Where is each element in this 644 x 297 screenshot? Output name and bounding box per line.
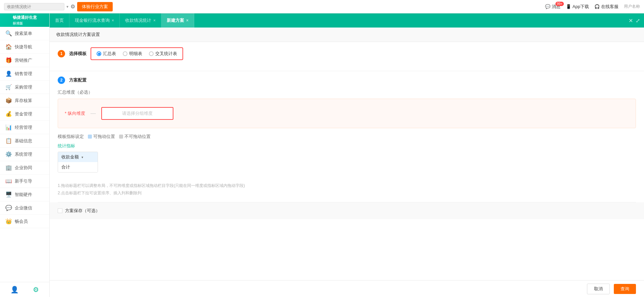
- sidebar-item-quick-nav[interactable]: 🏠 快捷导航: [0, 40, 49, 54]
- sidebar-icon-left[interactable]: 👤: [10, 286, 19, 294]
- metrics-table: 收款金额 ▾ 合计: [58, 152, 98, 172]
- sidebar-label: 库存核算: [15, 98, 32, 104]
- col-header-text: 收款金额: [61, 154, 79, 160]
- stat-label: 统计指标: [58, 143, 636, 149]
- tips-section: 1.拖动标题栏可以调整布局，不可跨维度或指标区域拖动栏目字段(只能在同一维度或指…: [50, 179, 644, 202]
- dimension-arrow-icon: —: [91, 110, 96, 116]
- sidebar-label: 资金管理: [15, 111, 32, 117]
- sidebar-logo: 畅捷通好生意 标准版: [0, 13, 49, 27]
- sidebar-item-corp-wechat[interactable]: 💬 企业微信: [0, 201, 49, 215]
- tab-home[interactable]: 首页: [50, 13, 69, 28]
- sidebar-item-operation[interactable]: 📊 经营管理: [0, 121, 49, 134]
- sidebar-label: 智能硬件: [15, 192, 32, 198]
- app-download-btn[interactable]: 📱 App下载: [566, 4, 589, 10]
- sidebar-item-member[interactable]: 👑 畅会员: [0, 215, 49, 228]
- metrics-table-body: 合计: [58, 162, 98, 172]
- legend-static-label: 不可拖动位置: [124, 134, 151, 140]
- radio-summary[interactable]: 汇总表: [97, 51, 116, 57]
- radio-summary-label: 汇总表: [103, 51, 116, 57]
- top-bar-right: 💬 消息 99+ 📱 App下载 🎧 在线客服 用户名称: [545, 4, 640, 10]
- step2-row: 2 方案配置: [58, 77, 636, 84]
- chart-icon: 📊: [5, 124, 12, 131]
- radio-detail-circle: [123, 51, 127, 56]
- sidebar-label: 快捷导航: [15, 44, 32, 50]
- radio-detail[interactable]: 明细表: [123, 51, 142, 57]
- save-section: 方案保存（可选）: [50, 202, 644, 219]
- home-icon: 🏠: [5, 44, 12, 50]
- main-layout: 畅捷通好生意 标准版 🔍 搜索菜单 🏠 快捷导航 🎁 营销推广 👤 销售管理 🛒…: [0, 13, 644, 297]
- online-service-btn[interactable]: 🎧 在线客服: [594, 4, 619, 10]
- sidebar-label: 采购管理: [15, 84, 32, 90]
- service-icon: 🎧: [594, 4, 600, 9]
- dimension-title: 汇总维度（必选）: [58, 89, 636, 95]
- tab-bank-flow-label: 现金银行流水查询: [75, 17, 110, 23]
- sidebar-item-system[interactable]: ⚙️ 系统管理: [0, 148, 49, 161]
- user-icon: 👤: [5, 70, 12, 77]
- template-options: 汇总表 明细表 交叉统计表: [91, 47, 183, 60]
- cart-icon: 🛒: [5, 84, 12, 90]
- tab-new-plan-close[interactable]: ×: [186, 18, 189, 23]
- sidebar-label: 销售管理: [15, 71, 32, 77]
- draggable-dot-icon: [88, 135, 92, 139]
- sidebar: 畅捷通好生意 标准版 🔍 搜索菜单 🏠 快捷导航 🎁 营销推广 👤 销售管理 🛒…: [0, 13, 50, 297]
- top-bar-left: ▾ ⚙ 体验行业方案: [4, 2, 542, 11]
- tab-collection-stats-close[interactable]: ×: [153, 18, 156, 23]
- tip1: 1.拖动标题栏可以调整布局，不可跨维度或指标区域拖动栏目字段(只能在同一维度或指…: [58, 182, 636, 190]
- sidebar-item-sales[interactable]: 👤 销售管理: [0, 67, 49, 81]
- cancel-button[interactable]: 取消: [587, 284, 610, 294]
- money-icon: 💰: [5, 111, 12, 117]
- search-icon: 🔍: [5, 30, 12, 37]
- notification-btn[interactable]: 💬 消息 99+: [545, 4, 560, 10]
- sidebar-item-smart-hw[interactable]: 🖥️ 智能硬件: [0, 188, 49, 201]
- sidebar-item-purchase[interactable]: 🛒 采购管理: [0, 81, 49, 94]
- sidebar-item-inventory[interactable]: 📦 库存核算: [0, 94, 49, 107]
- tab-home-label: 首页: [55, 17, 64, 23]
- sidebar-item-guide[interactable]: 📖 新手引导: [0, 175, 49, 188]
- metrics-header: 模板指标设定 可拖动位置 不可拖动位置: [58, 134, 636, 140]
- metrics-table-header[interactable]: 收款金额 ▾: [58, 152, 98, 162]
- save-label: 方案保存（可选）: [65, 208, 100, 214]
- sidebar-label: 新手引导: [15, 178, 32, 184]
- radio-cross[interactable]: 交叉统计表: [149, 51, 177, 57]
- col-subrow-text: 合计: [61, 164, 70, 169]
- dimension-placeholder[interactable]: 请选择分组维度: [101, 107, 173, 120]
- crown-icon: 👑: [5, 218, 12, 225]
- tab-bank-flow-close[interactable]: ×: [112, 18, 114, 23]
- radio-summary-circle: [97, 51, 101, 56]
- building-icon: 🏢: [5, 164, 12, 171]
- sidebar-label: 畅会员: [15, 218, 28, 225]
- sidebar-label: 经营管理: [15, 125, 32, 131]
- query-button[interactable]: 查询: [614, 284, 636, 294]
- expand-icon[interactable]: ⤢: [636, 17, 640, 24]
- app-icon: 📱: [566, 4, 571, 9]
- legend-draggable-label: 可拖动位置: [93, 134, 115, 140]
- sidebar-item-search-menu[interactable]: 🔍 搜索菜单: [0, 27, 49, 40]
- sidebar-item-corp[interactable]: 🏢 企业协同: [0, 161, 49, 175]
- page-title: 收款情况统计方案设置: [56, 32, 100, 37]
- tab-bar: 首页 现金银行流水查询 × 收款情况统计 × 新建方案 × ✕ ⤢: [50, 13, 644, 28]
- tab-new-plan[interactable]: 新建方案 ×: [161, 13, 194, 28]
- chevron-down-icon[interactable]: ▾: [66, 4, 68, 9]
- notification-icon: 💬: [545, 4, 550, 9]
- content-area: 首页 现金银行流水查询 × 收款情况统计 × 新建方案 × ✕ ⤢: [50, 13, 644, 297]
- industry-btn[interactable]: 体验行业方案: [77, 2, 113, 11]
- sidebar-item-basic-info[interactable]: 📋 基础信息: [0, 134, 49, 148]
- sidebar-label: 企业协同: [15, 165, 32, 171]
- close-window-icon[interactable]: ✕: [629, 17, 633, 24]
- gear-icon[interactable]: ⚙: [70, 3, 75, 10]
- sidebar-label: 营销推广: [15, 57, 32, 63]
- breadcrumb-input[interactable]: [4, 3, 64, 10]
- save-checkbox[interactable]: [58, 208, 62, 213]
- sidebar-item-finance[interactable]: 💰 资金管理: [0, 107, 49, 121]
- tab-bank-flow[interactable]: 现金银行流水查询 ×: [69, 13, 120, 28]
- tab-collection-stats[interactable]: 收款情况统计 ×: [120, 13, 161, 28]
- step2-badge: 2: [58, 77, 65, 84]
- col-dropdown-icon[interactable]: ▾: [82, 155, 83, 159]
- page-inner: 收款情况统计方案设置 1 选择模板 汇总表: [50, 28, 644, 280]
- gift-icon: 🎁: [5, 57, 12, 63]
- sidebar-icon-right[interactable]: ⚙: [33, 286, 39, 294]
- top-bar: ▾ ⚙ 体验行业方案 💬 消息 99+ 📱 App下载 🎧 在线客服 用户名称: [0, 0, 644, 13]
- bottom-bar: 取消 查询: [50, 280, 644, 297]
- sidebar-item-marketing[interactable]: 🎁 营销推广: [0, 54, 49, 67]
- radio-cross-label: 交叉统计表: [155, 51, 177, 57]
